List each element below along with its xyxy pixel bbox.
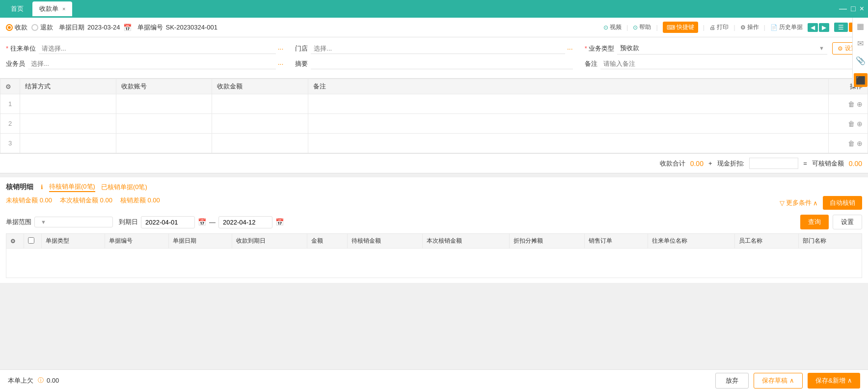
business-type-label: * 业务类型 (585, 44, 615, 53)
tab-bar-left: 首页 收款单 × (4, 1, 72, 16)
range-select[interactable]: ▼ (34, 217, 113, 227)
copy-row-1-icon[interactable]: ⊕ (857, 100, 863, 108)
bottom-col-checkbox[interactable] (24, 234, 42, 249)
save-new-chevron-icon: ∧ (847, 377, 852, 384)
current-stat: 本次核销金额 0.00 (60, 196, 112, 210)
tab-pending[interactable]: 待核销单据(0笔) (49, 182, 95, 192)
net-label: 可核销金额 (812, 159, 844, 168)
history-btn[interactable]: 📄 历史单据 (770, 23, 803, 31)
number-value[interactable]: SK-20230324-001 (166, 24, 218, 31)
date-value[interactable]: 2023-03-24 (87, 24, 120, 31)
shortcut-btn[interactable]: ⌨ 快捷键 (663, 22, 698, 33)
action-sidebar-icon[interactable]: ⬛ (854, 73, 868, 87)
row-account-1[interactable] (116, 94, 212, 114)
col-remark-header: 备注 (308, 79, 828, 94)
row-remark-2[interactable] (308, 114, 828, 134)
attachment-sidebar-icon[interactable]: 📎 (856, 56, 866, 65)
date-from-input[interactable] (141, 216, 195, 228)
row-remark-3[interactable] (308, 134, 828, 153)
delete-row-3-icon[interactable]: 🗑 (848, 140, 855, 147)
col-settings-header[interactable]: ⚙ (0, 79, 20, 94)
filter-row: 单据范围 ▼ 到期日 📅 — 📅 查询 设置 (6, 215, 862, 229)
query-btn[interactable]: 查询 (800, 215, 829, 229)
bottom-col-date: 单据日期 (168, 234, 232, 249)
row-amount-3[interactable] (212, 134, 308, 153)
bottom-col-settings[interactable]: ⚙ (6, 234, 24, 249)
list-view-btn[interactable]: ☰ (834, 23, 848, 32)
delete-row-1-icon[interactable]: 🗑 (848, 100, 855, 108)
abandon-btn[interactable]: 放弃 (715, 373, 749, 389)
shortcut-icon: ⌨ (667, 24, 675, 31)
maximize-icon[interactable]: □ (851, 4, 856, 13)
select-all-checkbox[interactable] (28, 237, 34, 244)
counterpart-more-btn[interactable]: ··· (278, 45, 284, 53)
discount-input[interactable] (749, 158, 798, 169)
copy-row-3-icon[interactable]: ⊕ (857, 140, 863, 147)
salesperson-field: 业务员 ··· (6, 58, 283, 69)
tab-home[interactable]: 首页 (4, 1, 30, 16)
salesperson-input[interactable] (28, 58, 276, 69)
range-field: 单据范围 ▼ (6, 217, 113, 227)
date-from-calendar-icon[interactable]: 📅 (198, 218, 206, 226)
info-icon[interactable]: ℹ (41, 184, 43, 191)
save-new-btn[interactable]: 保存&新增 ∧ (808, 373, 860, 389)
auto-verify-btn[interactable]: 自动核销 (823, 196, 862, 210)
help-btn[interactable]: ⊙ 帮助 (633, 23, 651, 31)
bottom-col-dept: 部门名称 (798, 234, 862, 249)
date-range-field: 到期日 📅 — 📅 (119, 216, 284, 228)
store-input[interactable] (311, 43, 565, 54)
delete-row-2-icon[interactable]: 🗑 (848, 120, 855, 128)
row-remark-1[interactable] (308, 94, 828, 114)
row-amount-1[interactable] (212, 94, 308, 114)
bottom-table-empty-row (6, 249, 862, 278)
footer-left: 本单上欠 ⓘ 0.00 (8, 376, 59, 385)
table-sidebar-icon[interactable]: ▦ (857, 22, 864, 31)
tab-done[interactable]: 已核销单据(0笔) (101, 183, 147, 192)
nav-next[interactable]: ▶ (819, 23, 829, 32)
draft-chevron-icon: ∧ (789, 377, 794, 384)
email-sidebar-icon[interactable]: ✉ (857, 39, 864, 48)
nav-prev[interactable]: ◀ (808, 23, 818, 32)
remark-input[interactable] (600, 58, 862, 69)
row-amount-2[interactable] (212, 114, 308, 134)
save-draft-btn[interactable]: 保存草稿 ∧ (754, 373, 803, 389)
minimize-icon[interactable]: — (839, 4, 847, 13)
row-account-3[interactable] (116, 134, 212, 153)
date-to-input[interactable] (218, 216, 272, 228)
verify-section: 核销明细 ℹ 待核销单据(0笔) 已核销单据(0笔) 未核销金额 0.00 本次… (0, 177, 868, 283)
date-to-calendar-icon[interactable]: 📅 (275, 218, 284, 226)
radio-circle-shouquan (6, 24, 13, 31)
copy-row-2-icon[interactable]: ⊕ (857, 120, 863, 128)
net-value: 0.00 (849, 160, 862, 168)
ops-btn[interactable]: ⚙ 操作 (740, 23, 759, 31)
tab-close-icon[interactable]: × (62, 6, 65, 12)
row-settlement-1[interactable] (20, 94, 116, 114)
more-conditions-btn[interactable]: ▽ 更多条件 ∧ (780, 198, 818, 207)
store-more-btn[interactable]: ··· (567, 45, 573, 53)
store-field: 门店 ··· (295, 43, 572, 54)
counterpart-input[interactable] (39, 43, 276, 54)
salesperson-more-btn[interactable]: ··· (278, 60, 284, 68)
radio-tuikuan[interactable]: 退款 (31, 23, 53, 32)
row-settlement-2[interactable] (20, 114, 116, 134)
close-window-icon[interactable]: × (860, 4, 864, 13)
business-type-select[interactable]: 预收款 ▼ (617, 42, 827, 55)
row-account-2[interactable] (116, 114, 212, 134)
summary-field: 摘要 (295, 58, 572, 69)
footer-info-icon[interactable]: ⓘ (38, 376, 44, 385)
draft-label: 保存草稿 (762, 376, 787, 385)
row-num-3: 3 (0, 134, 20, 153)
unchecked-stat: 未核销金额 0.00 (6, 196, 52, 210)
summary-input[interactable] (311, 58, 572, 69)
number-label: 单据编号 (137, 23, 163, 32)
plus-sign: + (708, 160, 712, 167)
tab-current[interactable]: 收款单 × (32, 1, 72, 16)
row-settlement-3[interactable] (20, 134, 116, 153)
radio-shouquan[interactable]: 收款 (6, 23, 27, 32)
print-btn[interactable]: 🖨 打印 (709, 23, 729, 31)
calendar-icon[interactable]: 📅 (123, 24, 132, 31)
video-btn[interactable]: ⊙ 视频 (603, 23, 622, 31)
verify-setting-btn[interactable]: 设置 (833, 215, 862, 229)
data-table-container: ⚙ 结算方式 收款账号 收款金额 备注 操作 (0, 79, 868, 154)
counterpart-label: * 往来单位 (6, 44, 36, 53)
